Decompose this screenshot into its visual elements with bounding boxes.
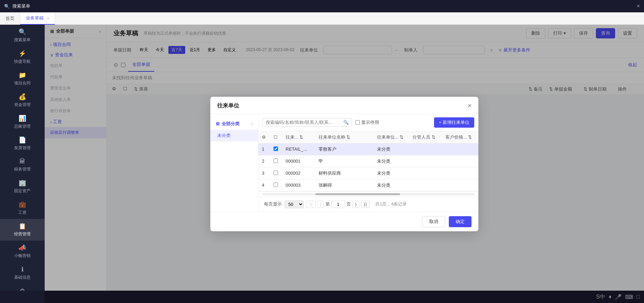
row-code: RETAIL_... bbox=[282, 143, 315, 155]
sidebar-item-project[interactable]: 📁 项目合同 bbox=[0, 68, 45, 90]
row-code: 000002 bbox=[282, 167, 315, 179]
sidebar-item-ledger[interactable]: 📊 总账管理 bbox=[0, 111, 45, 133]
row-person bbox=[409, 143, 442, 155]
dialog-pagination: 每页显示 50 20 100 ⟨⟨ ⟨ 第 页 bbox=[258, 197, 478, 212]
row-price bbox=[442, 155, 478, 167]
table-row[interactable]: 2 000001 甲 未分类 bbox=[258, 155, 478, 167]
search-icon: 🔍 bbox=[19, 28, 26, 36]
page-first-btn[interactable]: ⟨⟨ bbox=[307, 201, 315, 208]
management-icon: 📋 bbox=[19, 222, 26, 230]
row-name: 甲 bbox=[315, 155, 374, 167]
th-check[interactable]: ☐ bbox=[270, 131, 282, 143]
table-row[interactable]: 1 RETAIL_... 零散客户 未分类 bbox=[258, 143, 478, 155]
table-row[interactable]: 4 000003 张嗣得 未分类 bbox=[258, 179, 478, 191]
row-category: 未分类 bbox=[374, 143, 409, 155]
th-price[interactable]: 客户价格... ⇅ bbox=[442, 131, 478, 143]
cat-collapse-icon[interactable]: ‹ bbox=[251, 122, 253, 126]
dialog-table: ⚙ ☐ 往来... ⇅ 往来单位名称 ⇅ 往来单位... ⇅ 分管人员 ⇅ 客户… bbox=[258, 131, 478, 191]
invoice-icon: 📄 bbox=[19, 136, 26, 144]
sidebar-item-capital[interactable]: 💰 资金管理 bbox=[0, 90, 45, 111]
dialog-toolbar: 🔍 显示停用 + 新增往来单位 bbox=[258, 114, 478, 131]
cancel-button[interactable]: 取消 bbox=[422, 216, 445, 227]
dialog-search-input[interactable] bbox=[266, 120, 341, 125]
row-num: 1 bbox=[258, 143, 270, 155]
icon-sidebar: 🔍 搜索菜单 ⚡ 快捷导航 📁 项目合同 💰 资金管理 📊 总账管理 📄 发票管… bbox=[0, 25, 45, 303]
sidebar-item-management[interactable]: 📋 经营管理 bbox=[0, 219, 45, 241]
capital-icon: 💰 bbox=[19, 93, 26, 101]
marketing-icon: 📣 bbox=[19, 244, 26, 252]
top-search-label[interactable]: 搜索菜单 bbox=[12, 3, 30, 9]
cat-all[interactable]: ⊞ 全部分类 ‹ bbox=[210, 118, 258, 130]
sidebar-item-basic[interactable]: ℹ 基础信息 bbox=[0, 262, 45, 284]
row-checkbox[interactable] bbox=[270, 179, 282, 191]
page-prev-btn[interactable]: ⟨ bbox=[317, 201, 324, 208]
tab-draft[interactable]: 业务草稿 × bbox=[20, 12, 55, 25]
grid-icon2: ⊞ bbox=[216, 121, 220, 126]
row-num: 2 bbox=[258, 155, 270, 167]
row-category: 未分类 bbox=[374, 155, 409, 167]
basic-icon: ℹ bbox=[21, 266, 24, 273]
row-checkbox[interactable] bbox=[270, 155, 282, 167]
sidebar-item-salary[interactable]: 💼 工资 bbox=[0, 197, 45, 219]
row-checkbox[interactable] bbox=[270, 143, 282, 155]
sidebar-item-search[interactable]: 🔍 搜索菜单 bbox=[0, 25, 45, 46]
row-num: 4 bbox=[258, 179, 270, 191]
sidebar-item-tax[interactable]: 🏛 税务管理 bbox=[0, 154, 45, 176]
sidebar-item-invoice[interactable]: 📄 发票管理 bbox=[0, 133, 45, 154]
row-code: 000001 bbox=[282, 155, 315, 167]
tab-close-icon[interactable]: × bbox=[47, 16, 49, 20]
dialog-body: ⊞ 全部分类 ‹ 未分类 🔍 bbox=[210, 114, 478, 212]
project-icon: 📁 bbox=[19, 71, 26, 79]
assets-icon: 🏢 bbox=[19, 179, 26, 187]
row-person bbox=[409, 155, 442, 167]
row-name: 张嗣得 bbox=[315, 179, 374, 191]
sidebar-item-quicknav[interactable]: ⚡ 快捷导航 bbox=[0, 46, 45, 68]
dialog-header: 往来单位 × bbox=[210, 97, 478, 114]
main-layout: 🔍 搜索菜单 ⚡ 快捷导航 📁 项目合同 💰 资金管理 📊 总账管理 📄 发票管… bbox=[0, 25, 644, 303]
dialog-categories: ⊞ 全部分类 ‹ 未分类 bbox=[210, 114, 258, 212]
page-total: 共1页，4条记录 bbox=[375, 201, 407, 207]
top-bar: 🔍 搜索菜单 × bbox=[0, 0, 644, 12]
show-disabled-checkbox[interactable] bbox=[355, 120, 360, 125]
row-num: 3 bbox=[258, 167, 270, 179]
page-next-btn[interactable]: ⟩ bbox=[352, 201, 359, 208]
ledger-icon: 📊 bbox=[19, 115, 26, 122]
page-last-btn[interactable]: ⟩⟩ bbox=[361, 201, 370, 208]
row-name: 材料供应商 bbox=[315, 167, 374, 179]
page-input[interactable] bbox=[331, 201, 345, 208]
sidebar-item-assets[interactable]: 🏢 固定资产 bbox=[0, 176, 45, 197]
page-label: 第 bbox=[325, 201, 330, 207]
cat-uncategorized[interactable]: 未分类 bbox=[210, 130, 258, 141]
dialog-close-button[interactable]: × bbox=[468, 102, 471, 109]
page-size-select[interactable]: 50 20 100 bbox=[285, 200, 304, 208]
tax-icon: 🏛 bbox=[19, 158, 25, 165]
th-settings[interactable]: ⚙ bbox=[258, 131, 270, 143]
counterpart-dialog: 往来单位 × ⊞ 全部分类 ‹ 未分类 bbox=[210, 97, 478, 231]
tab-home[interactable]: 首页 bbox=[0, 12, 20, 25]
dialog-scroll bbox=[258, 191, 478, 197]
dialog-search-box[interactable]: 🔍 bbox=[263, 118, 352, 127]
row-category: 未分类 bbox=[374, 179, 409, 191]
main-content: ⊞ 全部单据 ‹ › 项目合同 ∨ 资金往来 收款单 付款单 费用支出单 bbox=[45, 25, 644, 303]
scroll-thumb[interactable] bbox=[315, 193, 400, 195]
row-category: 未分类 bbox=[374, 167, 409, 179]
th-person[interactable]: 分管人员 ⇅ bbox=[409, 131, 442, 143]
row-price bbox=[442, 143, 478, 155]
salary-icon: 💼 bbox=[19, 201, 26, 208]
window-close-icon[interactable]: × bbox=[637, 3, 640, 9]
table-row[interactable]: 3 000002 材料供应商 未分类 bbox=[258, 167, 478, 179]
confirm-button[interactable]: 确定 bbox=[449, 216, 471, 227]
add-counterpart-button[interactable]: + 新增往来单位 bbox=[434, 117, 474, 128]
sidebar-item-marketing[interactable]: 📣 小畅营销 bbox=[0, 241, 45, 262]
th-category[interactable]: 往来单位... ⇅ bbox=[374, 131, 409, 143]
dialog-title: 往来单位 bbox=[217, 102, 239, 109]
page-nav: ⟨⟨ ⟨ 第 页 ⟩ ⟩⟩ bbox=[307, 201, 370, 208]
search-icon: 🔍 bbox=[4, 4, 10, 9]
row-person bbox=[409, 179, 442, 191]
row-person bbox=[409, 167, 442, 179]
dialog-overlay: 往来单位 × ⊞ 全部分类 ‹ 未分类 bbox=[45, 25, 644, 303]
show-disabled-toggle[interactable]: 显示停用 bbox=[355, 119, 379, 126]
th-name[interactable]: 往来单位名称 ⇅ bbox=[315, 131, 374, 143]
th-code[interactable]: 往来... ⇅ bbox=[282, 131, 315, 143]
row-checkbox[interactable] bbox=[270, 167, 282, 179]
